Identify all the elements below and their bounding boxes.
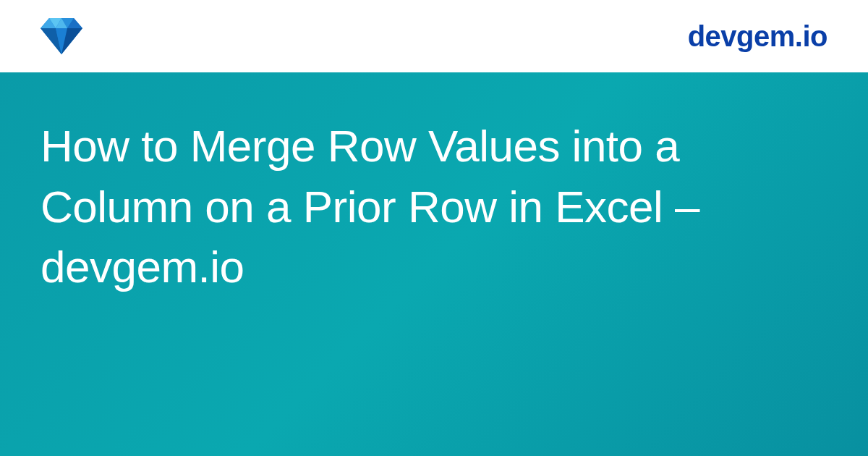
brand-name: devgem.io bbox=[688, 20, 827, 53]
gem-logo-icon bbox=[41, 18, 82, 54]
hero-section: How to Merge Row Values into a Column on… bbox=[0, 72, 868, 456]
header: devgem.io bbox=[0, 0, 868, 72]
page-title: How to Merge Row Values into a Column on… bbox=[41, 116, 706, 297]
